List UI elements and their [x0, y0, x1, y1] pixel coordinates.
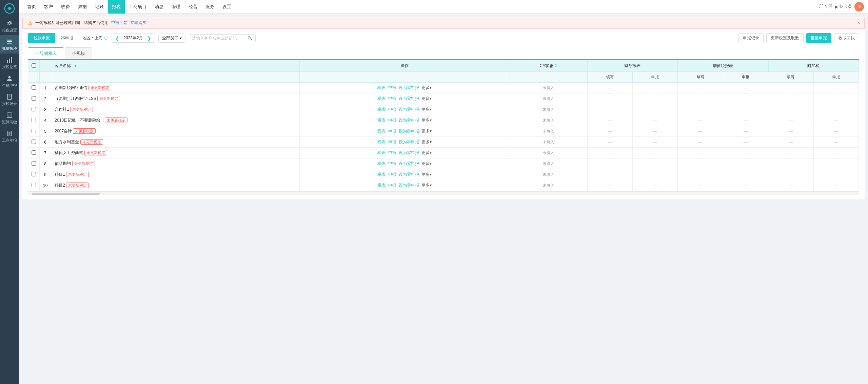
op-tax-table[interactable]: 税表	[377, 150, 386, 155]
row-checkbox[interactable]	[32, 118, 36, 122]
nav-billing[interactable]: 收费	[57, 0, 74, 14]
op-more[interactable]: 更多▾	[421, 161, 432, 166]
nav-management[interactable]: 管理	[167, 0, 184, 14]
row-checkbox[interactable]	[32, 140, 36, 144]
nav-messages[interactable]: 消息	[151, 0, 167, 14]
op-tax-table[interactable]: 税表	[377, 172, 386, 177]
op-tax-table[interactable]: 税表	[377, 118, 386, 123]
th-sub-declare2: 申报	[723, 72, 768, 83]
update-btn[interactable]: 更新税定及取数	[766, 33, 804, 43]
prev-month-btn[interactable]: ❮	[115, 36, 119, 41]
sidebar-item-batch-tax[interactable]: 批量报税	[0, 35, 19, 54]
sidebar-item-tax-overview[interactable]: 报税总览	[0, 54, 19, 72]
op-more[interactable]: 更多▾	[421, 118, 432, 123]
row-checkbox[interactable]	[32, 85, 36, 90]
sort-icon[interactable]: ▼	[74, 63, 78, 68]
row-checkbox[interactable]	[32, 129, 36, 133]
op-zero-declare[interactable]: 设为零申报	[399, 85, 419, 90]
op-more[interactable]: 更多▾	[421, 107, 432, 112]
search-icon[interactable]: 🔍	[248, 36, 253, 41]
op-more[interactable]: 更多▾	[421, 129, 432, 133]
records-btn[interactable]: 申报记录	[738, 33, 764, 43]
op-declare[interactable]: 申报	[388, 96, 396, 101]
op-zero-declare[interactable]: 设为零申报	[399, 118, 419, 123]
sidebar-item-settlement[interactable]: 汇算清缴	[0, 109, 19, 127]
th-ops: 操作	[299, 60, 510, 72]
op-declare[interactable]: 申报	[388, 183, 396, 188]
nav-bookkeeping[interactable]: 记账	[91, 0, 108, 14]
tab-tax-declaration[interactable]: 税款申报	[28, 33, 56, 43]
op-zero-declare[interactable]: 设为零申报	[399, 172, 419, 177]
row-checkbox[interactable]	[32, 150, 36, 155]
notif-link-report[interactable]: 申报汇签	[111, 20, 127, 26]
nav-tax[interactable]: 报税	[108, 0, 125, 14]
row-checkbox[interactable]	[32, 161, 36, 166]
op-tax-table[interactable]: 税表	[377, 183, 386, 188]
nav-services[interactable]: 服务	[201, 0, 218, 14]
next-month-btn[interactable]: ❯	[147, 36, 151, 41]
sidebar-item-personal-tax[interactable]: 个税申报	[0, 72, 19, 90]
horizontal-scrollbar[interactable]	[28, 191, 859, 195]
op-declare[interactable]: 申报	[388, 150, 396, 155]
op-tax-table[interactable]: 税表	[377, 140, 386, 144]
op-tax-table[interactable]: 税表	[377, 85, 386, 90]
row-operations: 税表 申报 设为零申报 更多▾	[299, 158, 510, 169]
select-all-checkbox[interactable]	[32, 63, 36, 68]
op-tax-table[interactable]: 税表	[377, 161, 386, 166]
nav-home[interactable]: 首页	[23, 0, 40, 14]
row-checkbox[interactable]	[32, 107, 36, 111]
op-more[interactable]: 更多▾	[421, 140, 432, 144]
subtab-small-scale[interactable]: 小规模	[65, 47, 92, 59]
row-checkbox[interactable]	[32, 183, 36, 187]
info-icon[interactable]: ⓘ	[104, 35, 108, 41]
tab-zero-declaration[interactable]: 零申报	[56, 33, 79, 43]
nav-invoices[interactable]: 票据	[74, 0, 91, 14]
row-checkbox[interactable]	[32, 96, 36, 101]
op-zero-declare[interactable]: 设为零申报	[399, 161, 419, 166]
staff-selector[interactable]: 全部员工 ▾	[158, 34, 185, 43]
op-declare[interactable]: 申报	[388, 85, 396, 90]
op-more[interactable]: 更多▾	[421, 183, 432, 188]
notif-close-btn[interactable]: ×	[857, 20, 860, 26]
app-logo[interactable]	[0, 0, 19, 17]
member-btn[interactable]: ▶ 畅会员	[835, 4, 852, 9]
op-more[interactable]: 更多▾	[421, 96, 432, 101]
fullscreen-btn[interactable]: ⛶ 全屏	[819, 4, 832, 9]
ca-info-icon[interactable]: C	[554, 63, 557, 68]
op-declare[interactable]: 申报	[388, 118, 396, 123]
op-tax-table[interactable]: 税表	[377, 129, 386, 133]
op-zero-declare[interactable]: 设为零申报	[399, 140, 419, 144]
nav-clients[interactable]: 客户	[40, 0, 57, 14]
op-more[interactable]: 更多▾	[421, 172, 432, 177]
sidebar-item-tax-record[interactable]: 报税记录	[0, 90, 19, 109]
unverified-tag: 未更新税定	[105, 118, 127, 123]
op-zero-declare[interactable]: 设为零申报	[399, 150, 419, 155]
row-ca-status: 未填入	[510, 158, 588, 169]
batch-declare-btn[interactable]: 批量申报	[806, 33, 831, 43]
op-zero-declare[interactable]: 设为零申报	[399, 183, 419, 188]
op-tax-table[interactable]: 税表	[377, 96, 386, 101]
search-input[interactable]	[192, 36, 246, 41]
collect-receipt-btn[interactable]: 收取回执	[834, 33, 859, 43]
op-tax-table[interactable]: 税表	[377, 107, 386, 112]
op-zero-declare[interactable]: 设为零申报	[399, 96, 419, 101]
op-declare[interactable]: 申报	[388, 129, 396, 133]
op-more[interactable]: 更多▾	[421, 150, 432, 155]
op-zero-declare[interactable]: 设为零申报	[399, 129, 419, 133]
sidebar-item-tax-settings[interactable]: 报税设置	[0, 17, 19, 35]
user-avatar[interactable]: 用	[854, 2, 864, 12]
nav-commerce[interactable]: 工商项目	[125, 0, 151, 14]
op-declare[interactable]: 申报	[388, 107, 396, 112]
op-more[interactable]: 更多▾	[421, 85, 432, 90]
nav-operations[interactable]: 经营	[184, 0, 201, 14]
row-checkbox[interactable]	[32, 172, 36, 176]
scrollbar-thumb[interactable]	[32, 193, 100, 195]
subtab-general[interactable]: 一般的税人	[28, 47, 64, 59]
op-declare[interactable]: 申报	[388, 172, 396, 177]
notif-link-buy[interactable]: 立即购买	[130, 20, 146, 26]
nav-settings[interactable]: 设置	[218, 0, 235, 14]
op-zero-declare[interactable]: 设为零申报	[399, 107, 419, 112]
sidebar-item-annual-report[interactable]: 工商年报	[0, 127, 19, 145]
op-declare[interactable]: 申报	[388, 161, 396, 166]
op-declare[interactable]: 申报	[388, 140, 396, 144]
